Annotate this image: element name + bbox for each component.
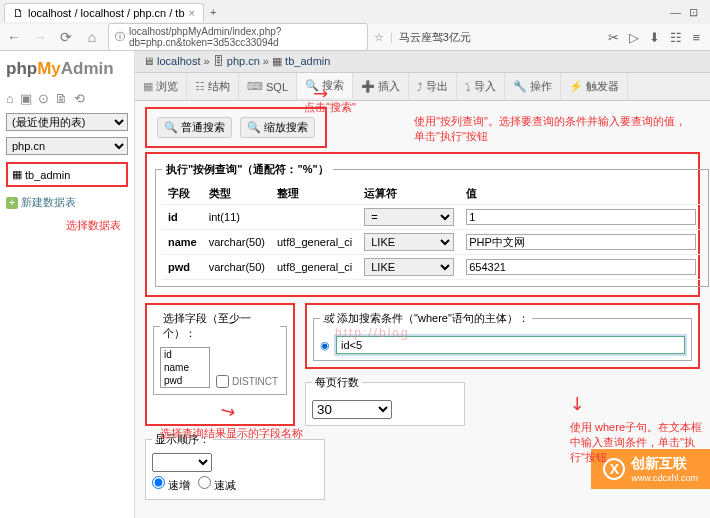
- recent-tables-select[interactable]: (最近使用的表): [6, 113, 128, 131]
- value-input-pwd[interactable]: [466, 259, 696, 275]
- browser-tab-bar: 🗋 localhost / localhost / php.cn / tb × …: [0, 0, 710, 24]
- url-input[interactable]: ⓘ localhost/phpMyAdmin/index.php?db=php.…: [108, 23, 368, 51]
- query-row-pwd: pwd varchar(50) utf8_general_ci LIKE: [162, 255, 702, 280]
- anno-select-fields: 选择查询结果显示的字段名称: [160, 426, 303, 441]
- rows-select[interactable]: 30: [312, 400, 392, 419]
- home-icon[interactable]: ⌂: [6, 91, 14, 106]
- menu-icon[interactable]: ≡: [692, 30, 700, 45]
- browser-tab[interactable]: 🗋 localhost / localhost / php.cn / tb ×: [4, 3, 204, 22]
- tab-sql[interactable]: ⌨SQL: [239, 73, 297, 100]
- value-input-name[interactable]: [466, 234, 696, 250]
- anno-click-search: 点击"搜索": [304, 100, 356, 115]
- qbe-legend: 执行"按例查询"（通配符："%"）: [162, 162, 333, 177]
- order-field-select[interactable]: [152, 453, 212, 472]
- query-by-example-box: 执行"按例查询"（通配符："%"） 字段 类型 整理 运算符 值 id int(…: [145, 152, 700, 297]
- anno-use-columns: 使用"按列查询"。选择要查询的条件并输入要查询的值，单击"执行"按钮: [414, 114, 694, 144]
- operator-select-name[interactable]: LIKE: [364, 233, 454, 251]
- field-select-legend: 选择字段（至少一个）：: [160, 311, 280, 341]
- query-row-id: id int(11) =: [162, 205, 702, 230]
- tab-browse[interactable]: ▦浏览: [135, 73, 187, 100]
- table-icon: ▦: [12, 168, 22, 181]
- restore-icon[interactable]: ⊡: [689, 6, 698, 19]
- docs-icon[interactable]: 🗎: [55, 91, 68, 106]
- mode-simple-search[interactable]: 🔍普通搜索: [157, 117, 232, 138]
- server-icon: 🖥: [143, 55, 154, 67]
- table-tree-highlight: ▦ tb_admin: [6, 162, 128, 187]
- plus-icon: +: [6, 197, 18, 209]
- watermark-ghost: http://blog: [335, 326, 410, 340]
- download-icon[interactable]: ⬇: [649, 30, 660, 45]
- table-item-tb-admin[interactable]: ▦ tb_admin: [12, 166, 122, 183]
- operator-select-id[interactable]: =: [364, 208, 454, 226]
- content-tabs: ▦浏览 ☷结构 ⌨SQL 🔍搜索 ➕插入 ⤴导出 ⤵导入 🔧操作 ⚡触发器: [135, 73, 710, 101]
- tab-favicon: 🗋: [13, 7, 24, 19]
- database-select[interactable]: php.cn: [6, 137, 128, 155]
- tab-title: localhost / localhost / php.cn / tb: [28, 7, 185, 19]
- tab-export[interactable]: ⤴导出: [409, 73, 457, 100]
- sidebar: phpMyAdmin ⌂ ▣ ⊙ 🗎 ⟲ (最近使用的表) php.cn ▦ t…: [0, 51, 135, 518]
- query-row-name: name varchar(50) utf8_general_ci LIKE: [162, 230, 702, 255]
- order-asc[interactable]: 速增: [152, 476, 190, 493]
- tab-import[interactable]: ⤵导入: [457, 73, 505, 100]
- field-multiselect[interactable]: id name pwd: [160, 347, 210, 388]
- reload-nav-icon[interactable]: ⟲: [74, 91, 85, 106]
- tab-structure[interactable]: ☷结构: [187, 73, 239, 100]
- or-icon: ◉: [320, 339, 330, 352]
- order-desc[interactable]: 速减: [198, 476, 236, 493]
- url-bar: ← → ⟳ ⌂ ⓘ localhost/phpMyAdmin/index.php…: [0, 24, 710, 50]
- bc-table[interactable]: tb_admin: [285, 55, 330, 67]
- news-text: 马云座驾3亿元: [399, 30, 471, 45]
- back-button[interactable]: ←: [4, 29, 24, 45]
- operator-select-pwd[interactable]: LIKE: [364, 258, 454, 276]
- reload-button[interactable]: ⟳: [56, 29, 76, 45]
- mode-zoom-search[interactable]: 🔍缩放搜索: [240, 117, 315, 138]
- tab-insert[interactable]: ➕插入: [353, 73, 409, 100]
- screenshot-icon[interactable]: ✂: [608, 30, 619, 45]
- close-icon[interactable]: ×: [189, 7, 195, 19]
- anno-use-where: 使用 where子句。在文本框中输入查询条件，单击"执行"按钮: [570, 420, 710, 465]
- display-order-box: 显示顺序： 速增 速减: [145, 432, 325, 500]
- extensions-icon[interactable]: ☷: [670, 30, 682, 45]
- play-icon[interactable]: ▷: [629, 30, 639, 45]
- minimize-icon[interactable]: —: [670, 6, 681, 19]
- breadcrumb: 🖥 localhost » 🗄 php.cn » ▦ tb_admin: [135, 51, 710, 73]
- db-icon: 🗄: [213, 55, 224, 67]
- rows-legend: 每页行数: [312, 375, 362, 390]
- sql-icon[interactable]: ▣: [20, 91, 32, 106]
- home-button[interactable]: ⌂: [82, 29, 102, 45]
- info-icon: ⓘ: [115, 30, 125, 44]
- anno-select-table: 选择数据表: [66, 218, 121, 233]
- table-icon: ▦: [272, 55, 282, 67]
- search-mode-box: 🔍普通搜索 🔍缩放搜索: [145, 107, 327, 148]
- bc-server[interactable]: localhost: [157, 55, 200, 67]
- tab-triggers[interactable]: ⚡触发器: [561, 73, 628, 100]
- rows-per-page-box: 每页行数 30: [305, 375, 465, 426]
- forward-button[interactable]: →: [30, 29, 50, 45]
- query-table: 字段 类型 整理 运算符 值 id int(11) = name: [162, 183, 702, 280]
- distinct-checkbox[interactable]: [216, 375, 229, 388]
- new-table-button[interactable]: + 新建数据表: [6, 191, 128, 214]
- phpmyadmin-logo: phpMyAdmin: [6, 55, 128, 87]
- where-legend: 或 添加搜索条件（"where"语句的主体）：: [320, 311, 532, 326]
- value-input-id[interactable]: [466, 209, 696, 225]
- bc-database[interactable]: php.cn: [227, 55, 260, 67]
- tab-operations[interactable]: 🔧操作: [505, 73, 561, 100]
- new-tab-button[interactable]: +: [204, 4, 222, 20]
- help-icon[interactable]: ⊙: [38, 91, 49, 106]
